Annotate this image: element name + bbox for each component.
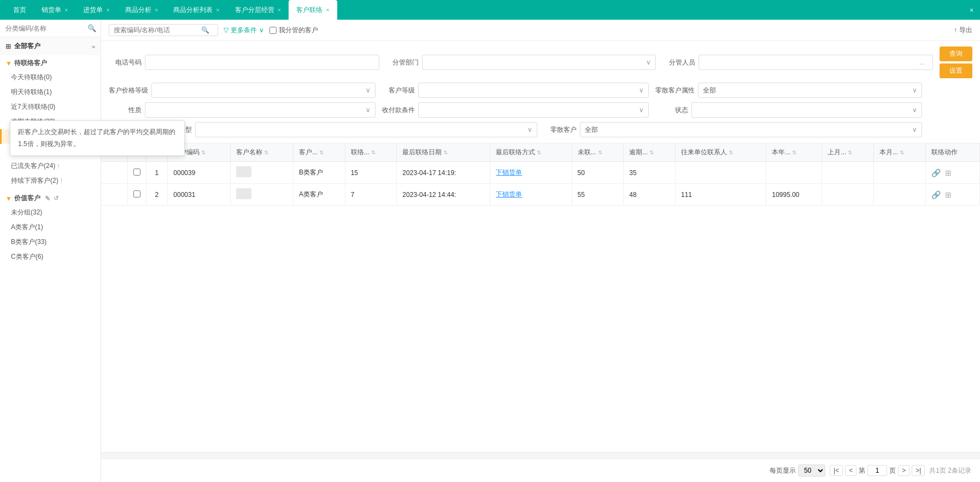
tab-purchase-order[interactable]: 进货单 × [75,0,117,20]
tab-home[interactable]: 首页 [5,0,34,20]
sort-lmonth-icon: ⇅ [848,149,852,155]
table-header: ⚙ 客户编码 ⇅ [101,143,980,162]
grid-action-icon-1[interactable]: ⊞ [945,169,952,177]
payment-select[interactable]: ∨ [418,102,649,118]
sidebar-item-today-pending[interactable]: 今天待联络(0) [0,70,101,85]
avatar-2 [236,188,251,199]
th-category[interactable]: 客户... ⇅ [293,143,345,162]
sidebar: 🔍 ⊞ 全部客户 » ▼ 待联络客户 今天待联络(0) 明天待联络(1) 近7天… [0,20,101,482]
next-page-button[interactable]: > [898,465,909,476]
sidebar-item-c-class[interactable]: C类客户(6) [0,249,101,264]
first-page-button[interactable]: |< [830,465,843,476]
main-search-icon[interactable]: 🔍 [201,26,209,34]
close-tab-product-analysis-list[interactable]: × [216,7,219,13]
tab-product-analysis[interactable]: 商品分析 × [118,0,166,20]
cell-name-2 [231,184,294,206]
sidebar-item-tomorrow-pending[interactable]: 明天待联络(1) [0,85,101,100]
value-customer-group[interactable]: ▼ 价值客户 ✎ ↺ [0,190,101,205]
close-tab-customer-contact[interactable]: × [326,7,329,13]
prev-page-button[interactable]: < [845,465,856,476]
sort-tmonth-icon: ⇅ [900,149,904,155]
cell-overdue-1: 35 [624,162,676,184]
th-last-contact-date[interactable]: 最后联络日期 ⇅ [397,143,490,162]
tab-product-analysis-list[interactable]: 商品分析列表 × [166,0,227,20]
sidebar-item-lost-customers[interactable]: 已流失客户(24) ! [0,159,101,173]
settings-button[interactable]: 设置 [940,63,972,78]
th-name[interactable]: 客户名称 ⇅ [231,143,294,162]
cell-actions-1: 🔗 ⊞ [925,162,979,184]
arrow-down-icon: ▼ [5,60,12,67]
sidebar-item-7days-pending[interactable]: 近7天待联络(0) [0,100,101,114]
last-page-button[interactable]: >| [912,465,925,476]
sort-code-icon: ⇅ [201,149,206,155]
th-this-year[interactable]: 本年... ⇅ [766,143,822,162]
th-this-month[interactable]: 本月... ⇅ [874,143,926,162]
link-action-icon-1[interactable]: 🔗 [931,169,941,177]
dept-select[interactable]: ∨ [422,55,656,70]
sidebar-item-ungrouped[interactable]: 未分组(32) [0,205,101,220]
th-last-contact-method[interactable]: 最后联络方式 ⇅ [490,143,572,162]
cell-name-1 [231,162,294,184]
more-conditions-button[interactable]: ▽ 更多条件 ∨ [224,26,264,35]
phone-input[interactable] [145,55,379,70]
all-customers-header[interactable]: ⊞ 全部客户 » [0,37,101,55]
dept-label: 分管部门 [386,58,419,67]
pending-contact-group[interactable]: ▼ 待联络客户 [0,55,101,70]
payment-filter: 收付款条件 ∨ [382,102,649,118]
sidebar-item-b-class[interactable]: B类客户(33) [0,235,101,249]
table-row: 2 000031 A类客户 7 2023-04-12 14:44: 下销货单 5… [101,184,980,206]
link-action-icon-2[interactable]: 🔗 [931,190,941,199]
th-uncontacted[interactable]: 未联... ⇅ [572,143,624,162]
sidebar-item-declining-customers[interactable]: 持续下滑客户(2) ! [0,173,101,188]
row-checkbox-1[interactable] [133,169,140,176]
dots-icon[interactable]: ... [916,59,928,66]
grid-action-icon-2[interactable]: ⊞ [945,190,952,199]
cell-last-method-2[interactable]: 下销货单 [490,184,572,206]
customer-level-select[interactable]: ∨ [418,83,649,98]
cell-tmonth-2 [874,184,926,206]
last-method-link-2[interactable]: 下销货单 [496,190,522,198]
cell-index-2: 2 [146,184,168,206]
tab-customer-segmentation[interactable]: 客户分层经营 × [227,0,289,20]
th-last-month[interactable]: 上月... ⇅ [822,143,874,162]
collapse-sidebar-icon[interactable]: » [92,43,95,50]
sidebar-search-input[interactable] [5,25,87,32]
horizontal-scrollbar[interactable] [101,452,980,458]
main-layout: 🔍 ⊞ 全部客户 » ▼ 待联络客户 今天待联络(0) 明天待联络(1) 近7天… [0,20,980,482]
status-select[interactable]: ∨ [691,102,922,118]
retail-attr-select[interactable]: 全部 ∨ [698,83,922,98]
cell-last-date-2: 2023-04-12 14:44: [397,184,490,206]
close-tab-purchase-order[interactable]: × [106,7,109,13]
refresh-icon[interactable]: ↺ [54,195,58,202]
person-select[interactable]: ... [699,55,933,70]
retail-customer-select[interactable]: 全部 ∨ [580,122,922,137]
customer-type-select[interactable]: ∨ [195,122,537,137]
main-search-input[interactable] [114,26,201,34]
query-button[interactable]: 查询 [940,47,972,61]
sidebar-item-a-class[interactable]: A类客户(1) [0,220,101,235]
close-all-tabs-button[interactable]: × [970,5,973,15]
price-level-select[interactable]: ∨ [151,83,375,98]
page-number-input[interactable] [867,465,887,476]
my-customers-checkbox[interactable]: 我分管的客户 [269,26,318,35]
per-page-select[interactable]: 50 100 [798,464,825,477]
last-method-link-1[interactable]: 下销货单 [496,169,522,176]
edit-icon[interactable]: ✎ [45,195,50,202]
my-customers-checkbox-input[interactable] [269,27,277,34]
chevron-status-icon: ∨ [912,106,917,114]
th-unit-contact[interactable]: 往来单位联系人 ⇅ [675,143,766,162]
sort-unit-icon: ⇅ [729,149,733,155]
row-checkbox-2[interactable] [133,190,140,198]
export-button[interactable]: ↑ 导出 [954,26,972,35]
tooltip-popup: 距客户上次交易时长，超过了此客户的平均交易周期的1.5倍，则视为异常。 [10,120,185,156]
close-tab-product-analysis[interactable]: × [155,7,158,13]
tab-sales-order[interactable]: 销货单 × [34,0,75,20]
th-overdue[interactable]: 逾期... ⇅ [624,143,676,162]
nature-select[interactable]: ∨ [145,102,375,118]
th-contact[interactable]: 联络... ⇅ [345,143,397,162]
cell-last-method-1[interactable]: 下销货单 [490,162,572,184]
page-suffix-label: 页 [889,466,896,475]
tab-customer-contact[interactable]: 客户联络 × [289,0,337,20]
close-tab-sales-order[interactable]: × [64,7,68,13]
close-tab-customer-segmentation[interactable]: × [278,7,281,13]
